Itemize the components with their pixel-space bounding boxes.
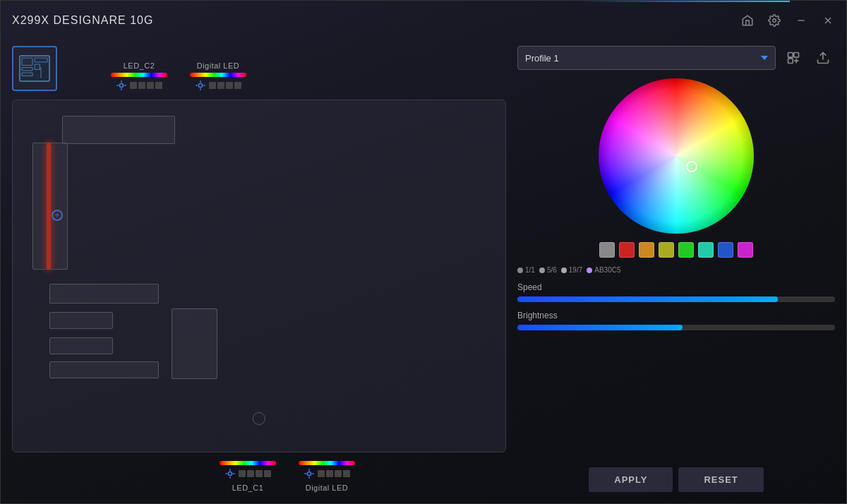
digital-led-bottom-squares	[318, 470, 350, 477]
profile-row: Profile 1	[517, 46, 835, 70]
main-content: LED_C2	[1, 40, 846, 503]
led-square	[130, 82, 137, 89]
color-tag-label-4: AB30C5	[594, 266, 620, 274]
led-c2-settings-icon[interactable]	[116, 80, 127, 91]
digital-led-top-group: Digital LED	[190, 61, 246, 91]
led-square	[335, 470, 342, 477]
reset-button[interactable]: RESET	[678, 467, 763, 492]
right-panel: Profile 1	[517, 46, 835, 492]
color-wheel-dark-gradient	[599, 78, 754, 234]
svg-point-26	[307, 472, 311, 475]
led-square	[155, 82, 162, 89]
digital-led-top-settings-icon[interactable]	[195, 80, 206, 91]
led-square	[343, 470, 350, 477]
color-wheel[interactable]	[599, 78, 754, 234]
led-square	[138, 82, 145, 89]
speed-slider-fill	[517, 296, 778, 302]
digital-led-top-squares	[209, 82, 241, 89]
color-wheel-container	[517, 78, 835, 234]
led-square	[239, 470, 246, 477]
color-tag-2: 5/6	[539, 266, 557, 274]
color-tag-1: 1/1	[517, 266, 535, 274]
svg-rect-9	[22, 73, 32, 76]
color-tag-dot-4	[587, 268, 592, 273]
profile-export-button[interactable]	[811, 46, 835, 70]
brightness-slider-fill	[517, 325, 683, 330]
color-tag-label-2: 5/6	[547, 266, 557, 274]
digital-led-bottom-group: Digital LED	[299, 461, 355, 492]
board-slot-left	[32, 143, 68, 270]
digital-led-top-rainbow	[190, 73, 246, 77]
color-preset-blue[interactable]	[718, 242, 733, 258]
speed-label: Speed	[517, 282, 835, 292]
digital-led-bottom-controls	[304, 468, 350, 479]
svg-rect-6	[35, 58, 47, 62]
led-square	[256, 470, 263, 477]
window-title: X299X DESIGNARE 10G	[12, 14, 153, 27]
brightness-slider-section: Brightness	[517, 311, 835, 330]
color-preset-green[interactable]	[678, 242, 694, 258]
color-tag-4: AB30C5	[587, 266, 620, 274]
digital-led-bottom-rainbow	[299, 461, 355, 465]
title-controls	[738, 11, 838, 30]
profile-dropdown[interactable]: Profile 1	[517, 46, 776, 70]
led-square	[147, 82, 154, 89]
profile-import-button[interactable]	[781, 46, 805, 70]
profile-current: Profile 1	[525, 53, 761, 64]
led-c2-rainbow	[111, 73, 167, 77]
led-square	[264, 470, 271, 477]
board-slot-mid2	[49, 312, 113, 329]
color-preset-yellow[interactable]	[659, 242, 674, 258]
led-c1-squares	[239, 470, 271, 477]
board-slot-mid1	[49, 284, 159, 304]
led-square	[326, 470, 333, 477]
led-c1-group: LED_C1	[220, 461, 276, 492]
svg-rect-8	[22, 68, 32, 71]
close-button[interactable]	[818, 11, 838, 30]
svg-rect-31	[788, 53, 793, 58]
color-tag-3: 19/7	[561, 266, 582, 274]
svg-point-0	[773, 19, 776, 23]
led-square	[318, 470, 325, 477]
speed-slider-track[interactable]	[517, 296, 835, 302]
settings-button[interactable]	[764, 11, 784, 30]
svg-rect-7	[35, 64, 40, 70]
brightness-slider-track[interactable]	[517, 325, 835, 330]
apply-button[interactable]: APPLY	[589, 467, 673, 492]
board-slot-mid4	[49, 361, 159, 378]
led-c1-label: LED_C1	[232, 484, 264, 492]
color-preset-purple[interactable]	[738, 242, 753, 258]
action-buttons: APPLY RESET	[517, 467, 835, 492]
speed-slider-section: Speed	[517, 282, 835, 302]
board-slot-right-mid	[172, 308, 217, 379]
svg-point-21	[228, 472, 232, 475]
svg-rect-32	[794, 53, 799, 58]
digital-led-bottom-label: Digital LED	[306, 484, 349, 492]
led-c1-settings-icon[interactable]	[224, 468, 236, 479]
led-c2-controls	[116, 80, 162, 91]
board-slot-top	[62, 116, 175, 144]
svg-point-11	[119, 83, 123, 87]
device-tab[interactable]	[12, 46, 57, 91]
brightness-label: Brightness	[517, 311, 835, 320]
color-preset-gray[interactable]	[599, 242, 615, 258]
color-tags-row: 1/1 5/6 19/7 AB30C5	[517, 266, 835, 274]
left-panel: LED_C2	[12, 46, 506, 492]
board-circle	[253, 412, 265, 425]
color-preset-orange[interactable]	[639, 242, 654, 258]
color-tag-dot-1	[517, 268, 523, 273]
board-slot-mid3	[49, 337, 113, 354]
color-preset-red[interactable]	[619, 242, 635, 258]
led-c1-controls	[224, 468, 271, 479]
led-c2-group: LED_C2	[111, 61, 167, 91]
digital-led-top-controls	[195, 80, 241, 91]
svg-rect-5	[22, 58, 32, 66]
color-picker-cursor[interactable]	[686, 161, 697, 172]
digital-led-bottom-settings-icon[interactable]	[304, 468, 315, 479]
title-bar: X299X DESIGNARE 10G	[1, 1, 846, 40]
led-square	[247, 470, 254, 477]
minimize-button[interactable]	[791, 11, 811, 30]
color-preset-teal[interactable]	[698, 242, 714, 258]
home-button[interactable]	[738, 11, 757, 30]
svg-point-16	[198, 83, 202, 87]
